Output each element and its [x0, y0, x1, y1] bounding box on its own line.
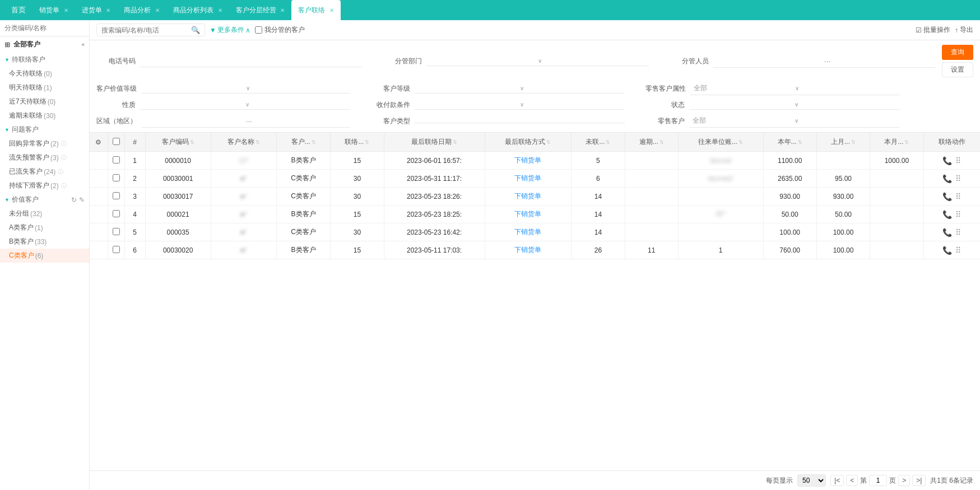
sidebar-item-declining[interactable]: 持续下滑客户 (2) ⓘ	[0, 179, 89, 193]
phone-input[interactable]	[140, 55, 362, 67]
export-btn[interactable]: ↑ 导出	[955, 25, 973, 35]
filter-phone: 电话号码	[96, 55, 362, 67]
phone-action-icon[interactable]: 📞	[942, 156, 952, 165]
nav-customer-contact[interactable]: 客户联络 ✕	[291, 0, 341, 20]
sidebar-item-today-contact[interactable]: 今天待联络 (0)	[0, 67, 89, 81]
select-all-checkbox[interactable]	[113, 138, 120, 145]
customer-value-level-select[interactable]: ∨	[141, 83, 350, 94]
th-last-contact-date[interactable]: 最后联络日期 ⇅	[384, 133, 485, 152]
my-customers-checkbox[interactable]	[255, 26, 262, 34]
next-page-btn[interactable]: >	[898, 475, 910, 486]
phone-action-icon[interactable]: 📞	[942, 192, 952, 201]
sidebar-search-input[interactable]	[4, 24, 89, 32]
settings-button[interactable]: 设置	[942, 62, 973, 77]
contact-method-link[interactable]: 下销货单	[514, 192, 541, 200]
gender-select[interactable]: ∨	[140, 100, 350, 110]
row-checkbox-1[interactable]	[113, 174, 120, 181]
more-action-icon[interactable]: ⠿	[955, 174, 961, 183]
row-checkbox-3[interactable]	[113, 210, 120, 217]
filter-search-input[interactable]	[101, 26, 191, 34]
more-action-icon[interactable]: ⠿	[955, 210, 961, 219]
th-customer-type[interactable]: 客户... ⇅	[276, 133, 330, 152]
sidebar-item-churn-warning[interactable]: 流失预警客户 (3) ⓘ	[0, 151, 89, 165]
customer-type-select[interactable]	[415, 119, 625, 123]
filter-search-icon[interactable]: 🔍	[191, 26, 200, 34]
first-page-btn[interactable]: |<	[830, 475, 844, 486]
last-page-btn[interactable]: >|	[912, 475, 926, 486]
th-last-contact-method[interactable]: 最后联络方式 ⇅	[485, 133, 572, 152]
sidebar-item-churned[interactable]: 已流失客户 (24) ⓘ	[0, 165, 89, 179]
phone-action-icon[interactable]: 📞	[942, 246, 952, 255]
sidebar-item-class-b[interactable]: B类客户 (33)	[0, 235, 89, 249]
contact-method-link[interactable]: 下销货单	[514, 246, 541, 254]
nav-close-product-analysis-list[interactable]: ✕	[218, 7, 222, 13]
nav-close-product-analysis[interactable]: ✕	[155, 7, 160, 13]
contact-method-link[interactable]: 下销货单	[514, 156, 541, 164]
per-page-select[interactable]: 50 100 200	[797, 474, 826, 487]
more-action-icon[interactable]: ⠿	[955, 156, 961, 165]
status-select[interactable]: ∨	[689, 100, 899, 110]
nav-close-customer-contact[interactable]: ✕	[329, 7, 334, 13]
cell-row1-col10	[625, 170, 678, 188]
nav-close-sales-order[interactable]: ✕	[64, 7, 68, 13]
page-number-input[interactable]	[869, 475, 887, 486]
sidebar-item-7days-contact[interactable]: 近7天待联络 (0)	[0, 95, 89, 109]
contact-method-link[interactable]: 下销货单	[514, 228, 541, 236]
retail-attr-select[interactable]: 全部 ∨	[690, 82, 899, 95]
more-action-icon[interactable]: ⠿	[955, 192, 961, 201]
phone-action-icon[interactable]: 📞	[942, 210, 952, 219]
region-select[interactable]: ···	[141, 115, 350, 128]
nav-product-analysis[interactable]: 商品分析 ✕	[117, 0, 166, 20]
sidebar-item-class-c[interactable]: C类客户 (6)	[0, 249, 89, 263]
sidebar-item-class-a[interactable]: A类客户 (1)	[0, 221, 89, 235]
more-action-icon[interactable]: ⠿	[955, 228, 961, 237]
sidebar-all-customers[interactable]: ⊞ 全部客户 «	[0, 36, 89, 53]
nav-close-purchase-order[interactable]: ✕	[106, 7, 110, 13]
sidebar-item-repurchase-anomaly[interactable]: 回购异常客户 (2) ⓘ	[0, 137, 89, 151]
contact-method-link[interactable]: 下销货单	[514, 174, 541, 182]
row-checkbox-0[interactable]	[113, 156, 120, 164]
more-action-icon[interactable]: ⠿	[955, 246, 961, 255]
batch-operation-btn[interactable]: ☑ 批量操作	[916, 25, 950, 35]
nav-customer-segmentation[interactable]: 客户分层经营 ✕	[229, 0, 292, 20]
customer-level-select[interactable]: ∨	[415, 83, 625, 94]
th-last-month[interactable]: 上月... ⇅	[816, 133, 870, 152]
row-checkbox-2[interactable]	[113, 192, 120, 199]
th-overdue[interactable]: 逾期... ⇅	[625, 133, 678, 152]
cell-row5-col4: ■*	[211, 241, 276, 259]
nav-home[interactable]: 首页	[4, 0, 32, 20]
th-customer-name[interactable]: 客户名称 ⇅	[211, 133, 276, 152]
nav-close-customer-segmentation[interactable]: ✕	[280, 7, 285, 13]
edit-icon[interactable]: ✎	[79, 196, 85, 204]
sidebar-item-tomorrow-contact[interactable]: 明天待联络 (1)	[0, 81, 89, 95]
payment-select[interactable]: ∨	[415, 100, 625, 110]
contact-method-link[interactable]: 下销货单	[514, 210, 541, 218]
ellipsis-icon-2[interactable]: ···	[244, 116, 347, 125]
query-button[interactable]: 查询	[942, 45, 973, 60]
nav-sales-order[interactable]: 销货单 ✕	[32, 0, 75, 20]
phone-action-icon[interactable]: 📞	[942, 174, 952, 183]
th-unlinking-days[interactable]: 未联... ⇅	[572, 133, 625, 152]
th-this-year[interactable]: 本年... ⇅	[763, 133, 816, 152]
more-conditions-btn[interactable]: ▼ 更多条件 ∧	[210, 25, 250, 35]
th-this-month[interactable]: 本月... ⇅	[870, 133, 923, 152]
dept-select[interactable]: ∨	[426, 56, 648, 66]
refresh-icon[interactable]: ↻	[71, 196, 77, 204]
th-customer-code[interactable]: 客户编码 ⇅	[145, 133, 211, 152]
sidebar-item-ungrouped[interactable]: 未分组 (32)	[0, 207, 89, 221]
sidebar-item-overdue-contact[interactable]: 逾期未联络 (30)	[0, 109, 89, 123]
manager-select[interactable]: ···	[713, 55, 935, 68]
th-checkbox[interactable]	[108, 133, 124, 152]
phone-action-icon[interactable]: 📞	[942, 228, 952, 237]
row-checkbox-5[interactable]	[113, 246, 120, 253]
nav-product-analysis-list[interactable]: 商品分析列表 ✕	[166, 0, 229, 20]
cell-row5-col11: 1	[678, 241, 763, 259]
th-contact-days[interactable]: 联络... ⇅	[331, 133, 384, 152]
ellipsis-icon-1[interactable]: ···	[822, 57, 932, 66]
th-account[interactable]: 往来单位账... ⇅	[678, 133, 763, 152]
nav-purchase-order[interactable]: 进货单 ✕	[75, 0, 118, 20]
th-settings[interactable]: ⚙	[90, 133, 108, 152]
row-checkbox-4[interactable]	[113, 228, 120, 235]
prev-page-btn[interactable]: <	[846, 475, 858, 486]
retail-customer-select[interactable]: 全部 ∨	[689, 114, 899, 128]
